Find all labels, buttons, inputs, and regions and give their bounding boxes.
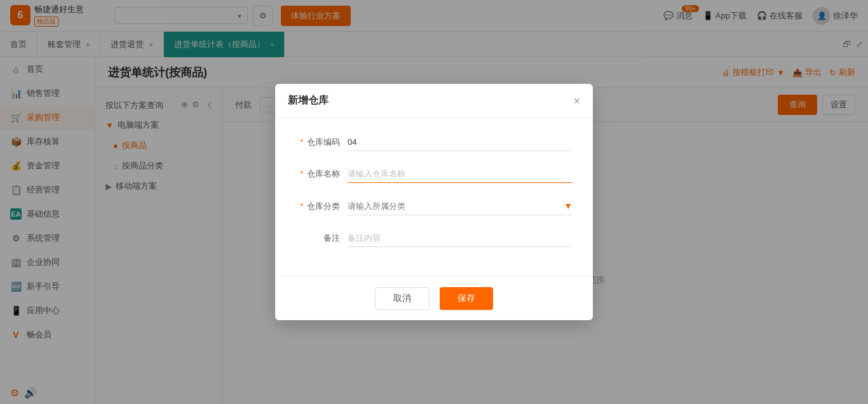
- dialog-body: * 仓库编码 * 仓库名称 * 仓库分类: [275, 118, 593, 276]
- code-label: * 仓库编码: [295, 137, 340, 148]
- save-button[interactable]: 保存: [440, 287, 493, 310]
- category-select[interactable]: ▼: [348, 197, 573, 215]
- category-dropdown-icon: ▼: [564, 201, 573, 211]
- remark-label: 备注: [295, 232, 340, 244]
- category-label: * 仓库分类: [295, 201, 340, 212]
- dialog-footer: 取消 保存: [275, 276, 593, 320]
- category-select-input[interactable]: [348, 201, 564, 211]
- dialog-header: 新增仓库 ×: [275, 84, 593, 118]
- name-label: * 仓库名称: [295, 168, 340, 180]
- name-input[interactable]: [348, 165, 573, 183]
- form-row-name: * 仓库名称: [295, 165, 573, 183]
- form-row-code: * 仓库编码: [295, 133, 573, 151]
- cancel-button[interactable]: 取消: [375, 287, 430, 310]
- form-row-remark: 备注: [295, 229, 573, 247]
- code-required-mark: *: [300, 137, 303, 147]
- dialog-overlay: 新增仓库 × * 仓库编码 * 仓库名称: [0, 0, 868, 404]
- code-input[interactable]: [348, 133, 573, 151]
- form-row-category: * 仓库分类 ▼: [295, 197, 573, 215]
- dialog-title: 新增仓库: [288, 94, 329, 107]
- name-required-mark: *: [300, 169, 303, 178]
- dialog-close-btn[interactable]: ×: [573, 95, 580, 107]
- remark-input[interactable]: [348, 229, 573, 247]
- new-warehouse-dialog: 新增仓库 × * 仓库编码 * 仓库名称: [275, 84, 593, 320]
- category-required-mark: *: [300, 201, 303, 211]
